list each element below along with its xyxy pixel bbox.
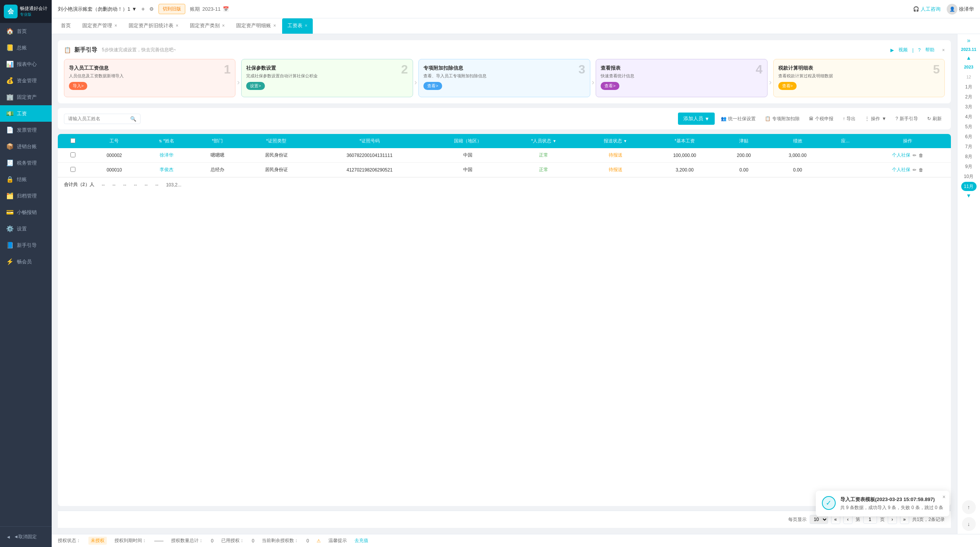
sidebar-item-payroll[interactable]: 💵 工资 [0,105,52,122]
recharge-link[interactable]: 去充值 [354,537,368,544]
collapse-button[interactable]: ◄ ◄取消固定 [4,531,48,543]
panel-icon-btn-2[interactable]: ↓ [962,517,976,531]
filter-icon-emp-status[interactable]: ▼ [553,139,557,143]
tab-fixed-assets-label: 固定资产管理 [82,22,112,29]
tab-fixed-assets[interactable]: 固定资产管理 × [77,18,122,34]
month-item-6[interactable]: 6月 [961,132,977,141]
more-actions-button[interactable]: ⋮ 操作 ▼ [862,114,889,124]
sidebar-item-member[interactable]: ⚡ 畅会员 [0,253,52,270]
search-wrapper[interactable]: 🔍 [64,114,140,124]
step-4-desc: 快速查看统计信息 [601,73,762,79]
refresh-button[interactable]: ↻ 刷新 [924,114,945,124]
account-settings-icon[interactable]: ⚙ [149,6,154,12]
guide-step-5: 5 税款计算明细表 查看税款计算过程及明细数据 查看> [773,59,945,97]
sidebar-item-billing[interactable]: 📄 发票管理 [0,122,52,138]
sidebar-item-funds[interactable]: 💰 资金管理 [0,72,52,89]
row-1-social-insurance-link[interactable]: 个人社保 [892,152,910,158]
month-item-7[interactable]: 7月 [961,142,977,151]
step-3-button[interactable]: 查看> [423,82,442,90]
ai-service-button[interactable]: 🎧 人工咨询 [913,6,941,13]
row-2-name-link[interactable]: 李俊杰 [160,167,173,172]
add-account-button[interactable]: + [141,6,145,13]
month-item-10[interactable]: 10月 [961,172,977,181]
social-insurance-button[interactable]: 👥 统一社保设置 [718,114,759,124]
sidebar-item-archive[interactable]: 🗂️ 归档管理 [0,188,52,204]
sidebar-item-close[interactable]: 🔒 结账 [0,171,52,188]
tax-report-button[interactable]: 🏛 个税申报 [806,114,836,124]
tab-depreciation[interactable]: 固定资产折旧统计表 × [123,18,184,34]
month-item-4[interactable]: 4月 [961,112,977,121]
account-selector[interactable]: 刘小艳演示账套（勿删勿动！）1 ▼ [58,6,137,13]
sidebar-item-settings[interactable]: ⚙️ 设置 [0,220,52,237]
step-2-button[interactable]: 设置> [246,82,265,90]
panel-icon-btn-1[interactable]: ↑ [962,500,976,514]
month-item-9[interactable]: 9月 [961,162,977,171]
row-1-checkbox[interactable] [58,148,88,163]
tab-detail-close[interactable]: × [273,23,276,28]
panel-expand-button[interactable]: » [967,37,970,44]
tab-depreciation-close[interactable]: × [176,23,178,28]
user-info[interactable]: 👤 徐泽华 [947,4,974,15]
tab-category[interactable]: 固定资产类别 × [185,18,230,34]
tab-fixed-assets-close[interactable]: × [114,23,117,28]
step-1-button[interactable]: 导入> [69,82,87,90]
col-nationality: 国籍（地区） [428,134,507,148]
guide-button[interactable]: ? 新手引导 [892,114,921,124]
tab-detail[interactable]: 固定资产明细账 × [231,18,281,34]
select-all-checkbox[interactable] [70,138,75,143]
calendar-icon[interactable]: 📅 [223,6,229,12]
step-3-title: 专项附加扣除信息 [423,65,585,72]
row-2-edit-icon[interactable]: ✏ [913,167,916,173]
month-item-5[interactable]: 5月 [961,122,977,131]
row-2-checkbox[interactable] [58,163,88,177]
year-up-arrow[interactable]: ▲ [965,53,973,62]
month-item-8[interactable]: 8月 [961,152,977,161]
col-id-no: *证照号码 [310,134,428,148]
row-2-delete-icon[interactable]: 🗑 [919,167,923,173]
filter-icon-report-status[interactable]: ▼ [623,139,627,143]
row-1-edit-icon[interactable]: ✏ [913,153,916,158]
deduction-button[interactable]: 📋 专项附加扣除 [762,114,803,124]
guide-close-button[interactable]: × [942,47,945,53]
guide-video-label[interactable]: 视频 [898,47,908,53]
tab-payroll-close[interactable]: × [305,23,307,28]
month-item-1[interactable]: 1月 [961,82,977,91]
toast-close-button[interactable]: × [942,494,946,500]
sidebar-item-home[interactable]: 🏠 首页 [0,23,52,39]
month-item-11[interactable]: 11月 [961,182,977,191]
row-2-name[interactable]: 李俊杰 [140,163,193,177]
row-1-delete-icon[interactable]: 🗑 [919,153,923,158]
old-version-button[interactable]: 切到旧版 [158,4,185,14]
add-person-button[interactable]: 添加人员 ▼ [678,113,715,125]
sidebar-item-expense[interactable]: 💳 小畅报销 [0,204,52,220]
guide-help-label[interactable]: 帮助 [925,47,934,53]
sidebar-item-ledger[interactable]: 📒 总账 [0,39,52,56]
row-1-name-link[interactable]: 徐泽华 [160,152,173,158]
period-label: 账期 [190,6,200,13]
tab-payroll[interactable]: 工资表 × [282,18,313,34]
sidebar-item-reports[interactable]: 📊 报表中心 [0,56,52,72]
page-number-input[interactable] [863,515,877,524]
search-input[interactable] [68,116,128,121]
step-4-button[interactable]: 查看> [601,82,619,90]
month-item-3[interactable]: 3月 [961,102,977,111]
month-item-2[interactable]: 2月 [961,92,977,101]
col-dept: *部门 [193,134,242,148]
sidebar-item-inventory[interactable]: 📦 进销台账 [0,138,52,155]
export-button[interactable]: ↑ 导出 [840,114,859,124]
topbar-right: 🎧 人工咨询 👤 徐泽华 [913,4,974,15]
row-2-social-insurance-link[interactable]: 个人社保 [892,167,910,173]
payroll-icon: 💵 [6,110,14,117]
year-down-arrow[interactable]: ▼ [965,191,973,200]
col-base-salary: *基本工资 [650,134,719,148]
row-1-name[interactable]: 徐泽华 [140,148,193,163]
sidebar-item-guide[interactable]: 📘 新手引导 [0,237,52,253]
sidebar-item-fixed-assets[interactable]: 🏢 固定资产 [0,89,52,105]
tab-home[interactable]: 首页 [56,18,76,34]
tab-category-close[interactable]: × [222,23,225,28]
step-5-button[interactable]: 查看> [778,82,797,90]
row-2-performance: 0.00 [769,163,826,177]
row-2-report-status: 待报送 [581,163,650,177]
tab-detail-label: 固定资产明细账 [236,22,271,29]
sidebar-item-tax[interactable]: 🧾 税务管理 [0,155,52,171]
